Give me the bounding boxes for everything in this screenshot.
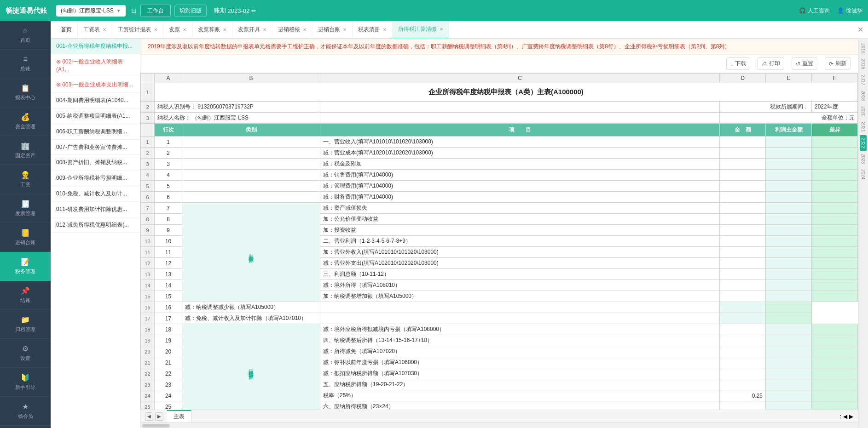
profit-amount-cell[interactable] [766,148,812,159]
tab-tax-list[interactable]: 税表清册 ✕ [353,21,393,39]
profit-amount-cell[interactable] [766,401,812,410]
amount-cell[interactable] [720,181,766,192]
sidebar-item-settings[interactable]: ⚙ 设置 [0,339,51,368]
bottom-tab-main[interactable]: 主表 [167,410,191,423]
amount-cell[interactable] [720,148,766,159]
left-panel-item-009[interactable]: 009-企业所得税补亏损明细... [51,171,140,186]
item-cell[interactable]: 减：税金及附加 [320,159,720,170]
sheet-area[interactable]: A B C D E F 1 企业所得税年度纳税 [140,73,858,410]
diff-cell[interactable] [812,280,858,291]
year-2024[interactable]: 2024 [860,166,867,182]
diff-cell[interactable] [812,148,858,159]
item-cell[interactable]: 二、营业利润（1-2-3-4-5-6-7-8+9） [320,236,720,247]
amount-cell[interactable] [720,225,766,236]
tab-bar-close-btn[interactable]: ✕ [853,25,863,34]
seq-cell[interactable]: 20 [155,346,182,357]
nav-next-btn[interactable]: ▶ [155,412,163,421]
year-2023[interactable]: 2023 [860,151,867,166]
item-cell[interactable]: 加：纳税调整增加额（填写A105000） [320,291,720,302]
print-button[interactable]: 🖨 打印 [758,57,784,70]
profit-amount-cell[interactable] [766,357,812,368]
item-cell[interactable]: 加：投资收益 [320,225,720,236]
diff-cell[interactable] [812,214,858,225]
diff-cell[interactable] [812,225,858,236]
diff-cell[interactable] [812,324,858,335]
scroll-right-icon[interactable]: ▶ [849,413,853,420]
profit-amount-cell[interactable] [720,313,766,324]
profit-amount-cell[interactable] [766,390,812,401]
item-cell[interactable]: 减：所得减免（填写A107020） [320,346,720,357]
profit-amount-cell[interactable] [766,192,812,203]
diff-cell[interactable] [812,357,858,368]
amount-cell[interactable] [720,258,766,269]
sidebar-item-invoice[interactable]: 🧾 发票管理 [0,194,51,223]
tab-invoice-calc-close[interactable]: ✕ [223,27,226,32]
diff-cell[interactable] [812,247,858,258]
sidebar-item-close[interactable]: 📌 结账 [0,281,51,310]
amount-cell[interactable] [720,192,766,203]
left-panel-item-006[interactable]: 006-职工薪酬纳税调整明细... [51,124,140,140]
diff-cell[interactable] [812,170,858,181]
amount-cell[interactable] [720,346,766,357]
download-button[interactable]: ↓ 下载 [726,57,750,70]
left-panel-item-012[interactable]: 012-减免所得税优惠明细表(... [51,217,140,233]
profit-amount-cell[interactable] [766,379,812,390]
amount-cell[interactable] [720,324,766,335]
diff-cell[interactable] [766,302,812,313]
amount-cell[interactable]: 0.25 [720,390,766,401]
tab-invoice[interactable]: 发票 ✕ [163,21,192,39]
sidebar-item-guide[interactable]: 🔰 新手引导 [0,368,51,397]
tab-tax-list-close[interactable]: ✕ [383,27,387,32]
item-cell[interactable]: 一、营业收入(填写A101010\101020\103000) [320,137,720,148]
item-cell[interactable]: 加：营业外收入(填写A101010\101020\103000) [320,247,720,258]
diff-cell[interactable] [812,258,858,269]
item-cell[interactable]: 减：财务费用(填写A104000) [320,192,720,203]
item-cell[interactable]: 减：资产减值损失 [320,203,720,214]
profit-amount-cell[interactable] [766,170,812,181]
diff-cell[interactable] [812,192,858,203]
diff-cell[interactable] [812,346,858,357]
diff-cell[interactable] [812,335,858,346]
profit-amount-cell[interactable] [766,181,812,192]
seq-cell[interactable]: 24 [155,390,182,401]
scrollbar-thumb[interactable] [142,424,170,428]
year-2018[interactable]: 2018 [860,88,867,103]
tab-sales-check[interactable]: 进销稽核 ✕ [272,21,312,39]
item-cell[interactable]: 减：抵扣应纳税所得额（填写A107030） [320,368,720,379]
sidebar-item-ledger[interactable]: ≡ 总账 [0,50,51,78]
profit-amount-cell[interactable] [766,368,812,379]
item-cell[interactable]: 减：境外所得（填写A108010） [320,280,720,291]
horizontal-scrollbar[interactable] [140,422,858,428]
amount-cell[interactable] [720,247,766,258]
reset-button[interactable]: ↺ 重置 [792,57,817,70]
amount-cell[interactable] [720,203,766,214]
left-panel-item-010[interactable]: 010-免税、减计收入及加计... [51,186,140,202]
tab-sales-check-close[interactable]: ✕ [303,27,307,32]
left-panel-item-002[interactable]: ⊗ 002-一般企业收入明细表(A1... [51,54,140,78]
profit-amount-cell[interactable] [766,236,812,247]
amount-cell[interactable] [720,236,766,247]
left-panel-item-011[interactable]: 011-研发费用加计扣除优惠... [51,202,140,217]
item-cell[interactable]: 六、应纳所得税额（23×24） [320,401,720,410]
diff-cell[interactable] [812,291,858,302]
scroll-left-icon[interactable]: ◀ [843,413,847,420]
item-cell[interactable]: 加：公允价值变动收益 [320,214,720,225]
diff-cell[interactable] [812,368,858,379]
amount-cell[interactable] [720,159,766,170]
sidebar-unpin-btn[interactable]: ◄◄ 取消固定 [0,426,51,428]
left-panel-item-007[interactable]: 007-广告费和业务宣传费摊... [51,140,140,155]
seq-cell[interactable]: 19 [155,335,182,346]
tab-salary[interactable]: 工资表 ✕ [78,21,112,39]
refresh-button[interactable]: ⟳ 刷新 [825,57,851,70]
diff-cell[interactable] [812,269,858,280]
tab-income-tax[interactable]: 所得税汇算清缴 ✕ [393,21,449,39]
item-cell[interactable]: 减：营业成本(填写A102010\102020\103000) [320,148,720,159]
diff-cell[interactable] [812,159,858,170]
profit-amount-cell[interactable] [766,225,812,236]
profit-amount-cell[interactable] [766,280,812,291]
item-cell[interactable]: 五、应纳税所得额（19-20-21-22） [320,379,720,390]
profit-amount-cell[interactable] [766,269,812,280]
sidebar-item-funds[interactable]: 💰 资金管理 [0,107,51,136]
profit-amount-cell[interactable] [720,302,766,313]
seq-cell[interactable]: 17 [155,313,182,324]
